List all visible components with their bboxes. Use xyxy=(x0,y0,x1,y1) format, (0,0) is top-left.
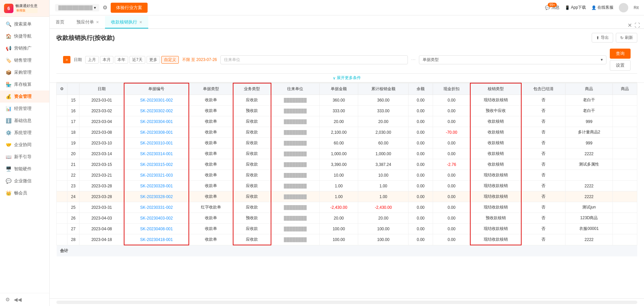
sidebar-item-ops-mgmt[interactable]: 📊经营管理 xyxy=(0,103,49,115)
td-bill-type: 收款单 xyxy=(189,148,233,159)
sidebar-item-sys-mgmt[interactable]: ⚙️系统管理 xyxy=(0,127,49,139)
sidebar-item-smart-hw[interactable]: 🖥️智能硬件 xyxy=(0,163,49,175)
partner-unit-input[interactable]: 往来单位 xyxy=(220,55,408,64)
maximize-window-icon[interactable]: ⛶ xyxy=(635,22,640,28)
sales-mgmt-icon: 🏷️ xyxy=(5,58,11,63)
settings-footer-icon[interactable]: ⚙ xyxy=(5,297,10,303)
close-window-icon[interactable]: ✕ xyxy=(628,22,632,28)
sidebar-menu: 🔍搜索菜单🏠快捷导航📢营销推广🏷️销售管理📦采购管理🏪库存核算💰资金管理📊经营管… xyxy=(0,17,49,293)
td-goods: 999 xyxy=(565,116,612,127)
filter-date-btns: 上月 本月 本年 近7天 更多 自定义 xyxy=(85,56,179,64)
filter-more-btn[interactable]: 更多 xyxy=(147,56,160,64)
sidebar-item-sales-mgmt[interactable]: 🏷️销售管理 xyxy=(0,54,49,66)
message-btn[interactable]: 💬 消息 99+ xyxy=(545,5,559,10)
td-goods2 xyxy=(613,148,637,159)
app-download-btn[interactable]: 📱 App下载 xyxy=(565,5,586,10)
td-goods2 xyxy=(613,106,637,116)
filter-this-year-btn[interactable]: 本年 xyxy=(115,56,128,64)
sidebar-item-beginner[interactable]: 📖新手引导 xyxy=(0,151,49,163)
td-write-off-type: 现结收款核销 xyxy=(470,181,521,191)
td-seq: 23 xyxy=(67,181,79,191)
bill-no-link[interactable]: SK-20230314-001 xyxy=(140,151,173,156)
horizontal-scrollbar[interactable] xyxy=(56,301,637,304)
gear-icon[interactable]: ⚙ xyxy=(103,4,107,11)
th-balance: 余额 xyxy=(409,83,433,95)
td-seq: 18 xyxy=(67,127,79,138)
sidebar-item-purchase-mgmt[interactable]: 📦采购管理 xyxy=(0,66,49,78)
expand-more-btn[interactable]: ∨ 展开更多条件 xyxy=(333,75,361,81)
collapse-icon[interactable]: ◀◀ xyxy=(14,297,22,303)
tab-collection-exec-close[interactable]: ✕ xyxy=(139,20,142,24)
td-seq: 26 xyxy=(67,213,79,224)
sidebar-item-search[interactable]: 🔍搜索菜单 xyxy=(0,18,49,30)
bill-no-link[interactable]: SK-20230408-001 xyxy=(140,227,173,231)
th-settings[interactable]: ⚙ xyxy=(57,83,67,95)
bill-type-select[interactable]: 单据类型 ▾ xyxy=(419,55,606,64)
td-cash-discount: 0.00 xyxy=(433,191,470,202)
bill-no-link[interactable]: SK-20230328-001 xyxy=(140,184,173,188)
bill-no-link[interactable]: SK-20230321-003 xyxy=(140,173,173,178)
sidebar-item-quick-nav[interactable]: 🏠快捷导航 xyxy=(0,30,49,42)
td-biz-type: 应收款 xyxy=(233,202,271,213)
ops-mgmt-icon: 📊 xyxy=(5,106,11,111)
td-biz-type: 应收款 xyxy=(233,181,271,191)
td-partner: ████████ xyxy=(271,159,319,170)
tab-home[interactable]: 首页 xyxy=(50,16,70,28)
export-btn[interactable]: ⬆ 导出 xyxy=(592,33,613,43)
td-acc-amount: 360.00 xyxy=(358,95,409,106)
td-balance: 0.00 xyxy=(409,127,433,138)
bill-no-link[interactable]: SK-20230308-001 xyxy=(140,130,173,135)
trial-btn[interactable]: 体验行业方案 xyxy=(111,3,148,13)
filter-this-month-btn[interactable]: 本月 xyxy=(100,56,113,64)
filter-expand-btn[interactable]: » xyxy=(63,56,70,63)
avatar[interactable] xyxy=(619,3,628,12)
mobile-icon: 📱 xyxy=(565,5,570,10)
td-goods2 xyxy=(613,159,637,170)
td-bill-no: SK-20230321-003 xyxy=(124,170,189,181)
table-header-row: ⚙ 日期 单据编号 单据类型 业务类型 往来单位 单据金额 累计核销金额 余额 … xyxy=(57,83,637,95)
query-btn[interactable]: 查询 xyxy=(610,49,631,59)
filter-custom-btn[interactable]: 自定义 xyxy=(161,56,179,64)
table-area: ⚙ 日期 单据编号 单据类型 业务类型 往来单位 单据金额 累计核销金额 余额 … xyxy=(50,83,644,298)
td-bill-type: 红字收款单 xyxy=(189,202,233,213)
sidebar-item-member[interactable]: 👑畅会员 xyxy=(0,187,49,199)
td-balance: 0.00 xyxy=(409,138,433,148)
filter-bar: » 日期 上月 本月 本年 近7天 更多 自定义 不限 至 2023-07-26… xyxy=(56,46,637,74)
td-goods: 2222 xyxy=(565,191,612,202)
sidebar-label-sales-mgmt: 销售管理 xyxy=(14,57,32,63)
sidebar-item-marketing[interactable]: 📢营销推广 xyxy=(0,42,49,54)
refresh-btn[interactable]: ↻ 刷新 xyxy=(616,33,637,43)
sidebar-item-corp-wechat[interactable]: 💬企业微信 xyxy=(0,175,49,187)
bill-no-link[interactable]: SK-20230302-002 xyxy=(140,109,173,113)
bill-no-link[interactable]: SK-20230301-002 xyxy=(140,98,173,103)
td-balance: 0.00 xyxy=(409,170,433,181)
filter-last-month-btn[interactable]: 上月 xyxy=(85,56,99,64)
sidebar-item-funds-mgmt[interactable]: 💰资金管理 xyxy=(0,90,49,103)
tab-pre-payment[interactable]: 预应付单 ✕ xyxy=(70,16,105,28)
filter-7days-btn[interactable]: 近7天 xyxy=(129,56,145,64)
sidebar-label-smart-hw: 智能硬件 xyxy=(14,166,32,172)
bill-no-link[interactable]: SK-20230304-001 xyxy=(140,119,173,124)
company-select[interactable]: ████████████ ▾ xyxy=(55,4,99,11)
td-write-off-type: 收款核销 xyxy=(470,116,521,127)
column-settings-icon[interactable]: ⚙ xyxy=(60,86,64,91)
td-bill-amount: 2,100.00 xyxy=(319,127,358,138)
bill-no-link[interactable]: SK-20230403-002 xyxy=(140,216,173,221)
td-balance: 0.00 xyxy=(409,224,433,234)
bill-no-link[interactable]: SK-20230315-002 xyxy=(140,162,173,167)
sidebar-item-basic-info[interactable]: ℹ️基础信息 xyxy=(0,115,49,127)
sidebar-item-inventory[interactable]: 🏪库存核算 xyxy=(0,78,49,90)
table-row: 17 2023-03-04 SK-20230304-001 收款单 应收款 ██… xyxy=(57,116,637,127)
bill-no-link[interactable]: SK-20230418-001 xyxy=(140,237,173,242)
username[interactable]: Rit xyxy=(634,5,639,10)
td-goods: 2222 xyxy=(565,148,612,159)
sidebar-item-corp-coop[interactable]: 🤝企业协同 xyxy=(0,139,49,151)
filter-settings-btn[interactable]: 设置 xyxy=(610,60,631,71)
bill-no-link[interactable]: SK-20230310-001 xyxy=(140,141,173,145)
tab-collection-exec[interactable]: 收款核销执行 ✕ xyxy=(105,16,148,28)
main-area: ████████████ ▾ ⚙ 体验行业方案 💬 消息 99+ 📱 App下载… xyxy=(50,0,644,306)
bill-no-link[interactable]: SK-20230331-002 xyxy=(140,205,173,210)
online-service-btn[interactable]: 👤 在线客服 xyxy=(591,5,613,10)
tab-pre-payment-close[interactable]: ✕ xyxy=(96,20,99,24)
bill-no-link[interactable]: SK-20230328-002 xyxy=(140,194,173,199)
